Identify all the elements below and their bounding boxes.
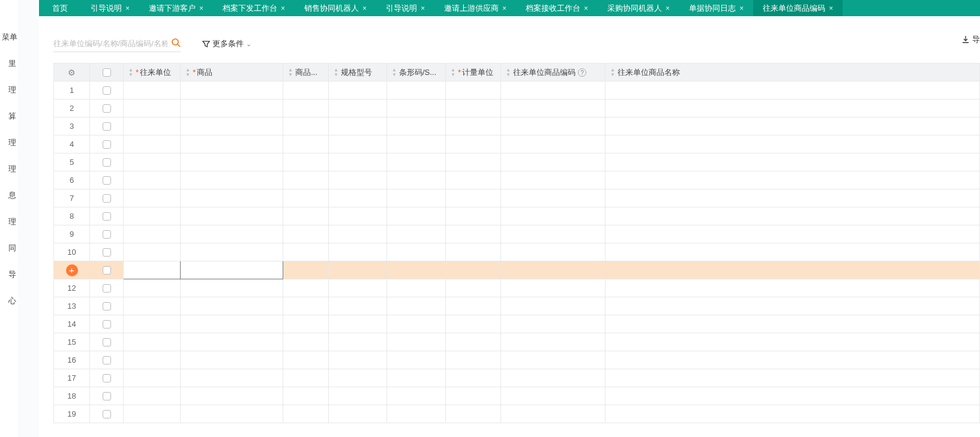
- cell[interactable]: [606, 153, 980, 171]
- cell[interactable]: [501, 100, 606, 117]
- cell[interactable]: [181, 369, 283, 387]
- checkbox[interactable]: [103, 176, 111, 185]
- cell[interactable]: [606, 171, 980, 189]
- cell[interactable]: [606, 189, 980, 207]
- cell[interactable]: [446, 261, 501, 279]
- cell[interactable]: [446, 405, 501, 423]
- cell[interactable]: [387, 351, 446, 369]
- cell[interactable]: [124, 117, 181, 135]
- col-product[interactable]: ▲▼*商品: [181, 64, 283, 82]
- cell[interactable]: [329, 315, 387, 333]
- cell[interactable]: [606, 100, 980, 117]
- cell[interactable]: [181, 315, 283, 333]
- close-icon[interactable]: ×: [666, 4, 670, 13]
- cell[interactable]: [181, 117, 283, 135]
- export-button[interactable]: 导: [961, 34, 980, 45]
- cell[interactable]: [501, 297, 606, 315]
- table-row[interactable]: 17: [54, 369, 980, 387]
- cell[interactable]: [329, 333, 387, 351]
- sidebar-item[interactable]: 里: [0, 50, 18, 77]
- cell[interactable]: [124, 82, 181, 100]
- sidebar-item[interactable]: 理: [0, 209, 18, 235]
- cell[interactable]: [387, 261, 446, 279]
- checkbox[interactable]: [103, 284, 111, 293]
- tab[interactable]: 销售协同机器人×: [295, 0, 376, 16]
- cell[interactable]: [387, 279, 446, 297]
- cell[interactable]: [446, 279, 501, 297]
- cell[interactable]: [387, 135, 446, 153]
- cell[interactable]: [283, 207, 329, 225]
- table-row[interactable]: 16: [54, 351, 980, 369]
- checkbox[interactable]: [103, 248, 111, 257]
- table-row[interactable]: 9: [54, 225, 980, 243]
- cell[interactable]: [501, 225, 606, 243]
- sidebar-item[interactable]: 算: [0, 103, 18, 129]
- tab[interactable]: 邀请下游客户×: [139, 0, 213, 16]
- cell[interactable]: [181, 225, 283, 243]
- cell[interactable]: [501, 333, 606, 351]
- cell[interactable]: [181, 387, 283, 405]
- cell[interactable]: [283, 279, 329, 297]
- cell[interactable]: [124, 207, 181, 225]
- cell[interactable]: [446, 297, 501, 315]
- cell[interactable]: [124, 405, 181, 423]
- cell[interactable]: [446, 189, 501, 207]
- cell[interactable]: [446, 387, 501, 405]
- tab[interactable]: 引导说明×: [376, 0, 434, 16]
- table-row[interactable]: 13: [54, 297, 980, 315]
- sidebar-item[interactable]: [0, 314, 18, 330]
- cell[interactable]: [387, 189, 446, 207]
- cell[interactable]: [606, 333, 980, 351]
- checkbox[interactable]: [103, 122, 111, 131]
- cell[interactable]: [446, 225, 501, 243]
- table-row[interactable]: 7: [54, 189, 980, 207]
- cell[interactable]: [124, 297, 181, 315]
- close-icon[interactable]: ×: [584, 4, 588, 13]
- table-row[interactable]: 12: [54, 279, 980, 297]
- cell[interactable]: [181, 261, 283, 279]
- cell[interactable]: [283, 333, 329, 351]
- cell[interactable]: [387, 387, 446, 405]
- tab[interactable]: 邀请上游供应商×: [434, 0, 516, 16]
- cell[interactable]: [124, 189, 181, 207]
- cell[interactable]: [181, 189, 283, 207]
- cell[interactable]: [181, 351, 283, 369]
- cell[interactable]: [124, 315, 181, 333]
- cell[interactable]: [181, 153, 283, 171]
- cell[interactable]: [446, 207, 501, 225]
- cell[interactable]: [181, 333, 283, 351]
- cell[interactable]: [446, 82, 501, 100]
- cell[interactable]: [387, 82, 446, 100]
- cell[interactable]: [446, 315, 501, 333]
- col-partner-code[interactable]: ▲▼往来单位商品编码?: [501, 64, 606, 82]
- cell[interactable]: [329, 100, 387, 117]
- cell[interactable]: [283, 153, 329, 171]
- cell[interactable]: [501, 387, 606, 405]
- col-select-all[interactable]: [90, 64, 124, 82]
- cell[interactable]: [329, 225, 387, 243]
- checkbox[interactable]: [103, 320, 111, 328]
- cell[interactable]: [501, 207, 606, 225]
- sidebar-item[interactable]: 理: [0, 129, 18, 156]
- cell[interactable]: [329, 171, 387, 189]
- cell[interactable]: [606, 261, 980, 279]
- table-row[interactable]: 6: [54, 171, 980, 189]
- tab[interactable]: 单据协同日志×: [679, 0, 753, 16]
- cell[interactable]: [124, 261, 181, 279]
- table-row[interactable]: 4: [54, 135, 980, 153]
- tab[interactable]: 首页: [39, 0, 81, 16]
- checkbox[interactable]: [103, 338, 111, 346]
- cell[interactable]: [124, 387, 181, 405]
- cell[interactable]: [501, 405, 606, 423]
- cell[interactable]: [606, 82, 980, 100]
- checkbox[interactable]: [103, 194, 111, 203]
- checkbox[interactable]: [103, 356, 111, 364]
- sidebar-item[interactable]: 同: [0, 235, 18, 261]
- sidebar-item[interactable]: 菜单: [0, 24, 18, 50]
- sidebar-item[interactable]: 理: [0, 156, 18, 182]
- checkbox[interactable]: [103, 266, 111, 275]
- search-icon[interactable]: [171, 38, 181, 47]
- close-icon[interactable]: ×: [739, 4, 744, 13]
- cell[interactable]: [446, 243, 501, 261]
- cell[interactable]: [501, 135, 606, 153]
